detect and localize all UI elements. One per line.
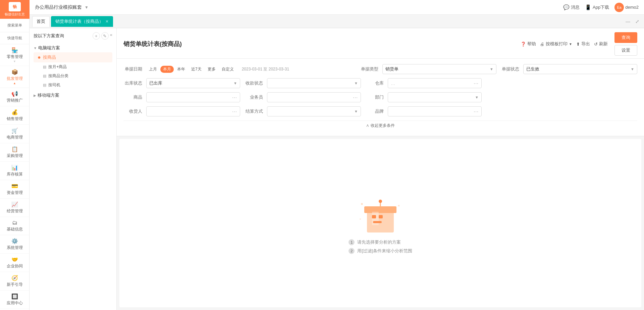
sales-icon: 💰 [11,109,18,115]
pc-scheme-group: ▼ 电脑端方案 ● 按商品 ▤ 按月+商品 ▤ 按商品分类 ▤ 按司机 [34,44,112,90]
header-dropdown-btn[interactable]: ▼ [85,5,89,10]
panel-title: 按以下方案查询 [34,33,64,39]
filter-row-4: 收货人 ··· 结算方式 ▼ 品牌 ··· [123,106,637,116]
hint-text-1: 请先选择要分析的方案 [357,239,401,245]
edit-scheme-button[interactable]: ✎ [101,32,109,40]
tab-report[interactable]: 销货单统计表（按商品） ✕ [51,16,113,27]
sidebar-item-label: 销售管理 [7,116,23,122]
maximize-button[interactable]: ⤢ [633,17,641,25]
pc-group-header[interactable]: ▼ 电脑端方案 [34,44,112,52]
date-tab-more[interactable]: 更多 [205,66,218,73]
minimize-button[interactable]: — [624,17,632,25]
warehouse-dots[interactable]: ··· [474,81,479,86]
quick-nav-button[interactable]: 快捷导航 [5,34,25,43]
date-tab-this-year[interactable]: 本年 [174,66,188,73]
sidebar-item-operation[interactable]: 📈 经营管理 [0,199,29,217]
sidebar-item-marketing[interactable]: 📢 营销推广 [0,88,29,106]
panel-actions: + ✎ « [93,32,112,40]
sidebar-item-system[interactable]: ⚙️ 系统管理 [0,235,29,254]
operation-icon: 📈 [11,201,18,208]
tab-window-actions: — ⤢ [624,17,641,25]
content-area: 按以下方案查询 + ✎ « ▼ 电脑端方案 ● 按商品 ▤ [30,28,644,310]
app-download-label: App下载 [593,4,609,10]
tab-close-button[interactable]: ✕ [105,19,109,24]
settlement-select[interactable]: ▼ [267,106,361,116]
sub-item-label: 按月+商品 [48,64,67,70]
svg-point-10 [360,218,361,220]
svg-point-8 [361,203,363,205]
query-actions: 查询 设置 [614,32,637,56]
date-tab-custom[interactable]: 自定义 [219,66,236,73]
sidebar-item-enterprise[interactable]: 🤝 企业协同 [0,254,29,272]
receiver-select[interactable]: ··· [146,106,240,116]
system-icon: ⚙️ [11,238,18,244]
scheme-item-by-category[interactable]: ▤ 按商品分类 [34,71,112,81]
sub-icon-3: ▤ [43,83,46,87]
product-dots[interactable]: ··· [232,95,237,100]
sidebar-item-guide[interactable]: 🧭 新手引导 [0,272,29,291]
search-menu-button[interactable]: 搜索菜单 [5,21,25,29]
brand-dots[interactable]: ··· [474,109,479,114]
sidebar-item-apps[interactable]: 🔲 应用中心 [0,291,29,309]
scheme-item-by-driver[interactable]: ▤ 按司机 [34,81,112,90]
sidebar-item-label: 采购管理 [7,153,23,159]
out-status-value: 已出库 [149,80,162,86]
collapse-more-button[interactable]: ∧ 收起更多条件 [366,123,394,128]
sidebar-item-retail[interactable]: 🏪 零售管理 ▼ [0,44,29,66]
svg-point-9 [398,205,400,207]
export-button[interactable]: ⬆ 导出 [576,41,590,47]
message-button[interactable]: 💬 消息 [563,4,580,10]
help-button[interactable]: ❓ 帮助 [521,41,536,47]
sidebar-item-label: 基础信息 [7,226,23,232]
main-area: 办公用品行业模拟账套 ▼ 💬 消息 📱 App下载 Ea demo2 首页 [30,0,644,310]
date-tab-last-7[interactable]: 近7天 [189,66,204,73]
scheme-item-by-month-product[interactable]: ▤ 按月+商品 [34,62,112,71]
salesperson-select[interactable]: ··· [267,92,361,102]
print-button[interactable]: 🖨 按模板打印 ▼ [540,41,572,47]
app-download-button[interactable]: 📱 App下载 [585,4,609,10]
query-button[interactable]: 查询 [614,32,637,43]
purchase-icon: 📋 [11,146,18,152]
sidebar-item-label: 企业协同 [7,263,23,269]
sidebar-item-ecommerce[interactable]: 🛒 电商管理 [0,125,29,143]
add-scheme-button[interactable]: + [93,32,100,40]
mobile-group-header[interactable]: ▶ 移动端方案 [34,91,112,100]
export-label: 导出 [581,41,590,47]
settings-button[interactable]: 设置 [614,45,637,56]
guide-icon: 🧭 [11,275,18,281]
pc-group-arrow: ▼ [34,46,37,50]
tab-home-label: 首页 [37,18,45,24]
warehouse-select[interactable]: … ··· [388,78,482,88]
collapse-panel-button[interactable]: « [110,32,112,40]
warehouse-label: 仓库 [365,80,384,86]
sidebar-item-label: 经营管理 [7,208,23,214]
scheme-item-by-product[interactable]: ● 按商品 [34,52,112,62]
doc-type-select[interactable]: 销货单 ▼ [382,64,496,74]
receiver-dots[interactable]: ··· [232,109,237,114]
avatar: Ea [614,3,624,12]
page-title: 销货单统计表(按商品) [123,40,182,48]
sidebar-item-sales[interactable]: 💰 销售管理 [0,106,29,125]
salesperson-dots[interactable]: ··· [353,95,358,100]
date-range-display: 2023-03-01 至 2023-03-31 [242,66,289,72]
tab-report-label: 销货单统计表（按商品） [55,18,103,24]
svg-rect-4 [379,215,383,218]
out-status-select[interactable]: 已出库 ▼ [146,78,240,88]
sidebar-item-finance[interactable]: 💳 资金管理 [0,180,29,199]
doc-status-select[interactable]: 已生效 ▼ [523,64,637,74]
sidebar-item-label: 新手引导 [7,282,23,288]
date-tab-last-month[interactable]: 上月 [146,66,160,73]
tab-home[interactable]: 首页 [32,16,50,27]
payment-status-select[interactable]: ▼ [267,78,361,88]
date-tab-this-month[interactable]: 本月 [160,66,174,73]
department-select[interactable]: ▼ [388,92,482,102]
empty-hint-2: 2 用[过滤]条件来缩小分析范围 [348,248,412,254]
sidebar-item-purchase[interactable]: 📋 采购管理 [0,143,29,162]
brand-select[interactable]: ··· [388,106,482,116]
refresh-button[interactable]: ↺ 刷新 [594,41,608,47]
product-select[interactable]: ··· [146,92,240,102]
sidebar-item-basic[interactable]: 🗂 基础信息 [0,217,29,235]
sidebar-item-wholesale[interactable]: 📦 批发管理 ▲ [0,66,29,88]
sidebar-item-inventory[interactable]: 📊 库存核算 [0,162,29,180]
user-profile[interactable]: Ea demo2 [614,3,639,12]
